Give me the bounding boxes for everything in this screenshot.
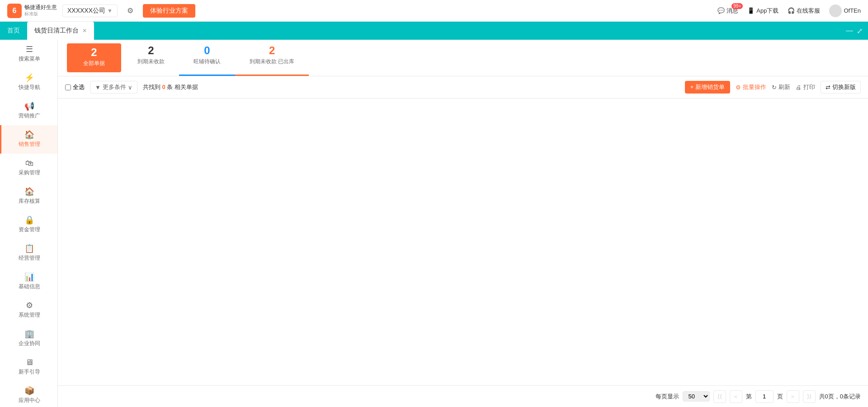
logo-icon: 6 — [7, 4, 22, 18]
page-last-btn[interactable]: ⟩⟩ — [803, 390, 816, 403]
finance-icon: 🔒 — [24, 216, 34, 224]
page-size-select[interactable]: 50 100 200 — [683, 391, 710, 402]
settings-button[interactable]: ⚙ — [123, 4, 137, 18]
purchase-icon: 🛍 — [25, 159, 33, 167]
content-area: 2 全部单据 2 到期未收款 0 旺辅待确认 2 到期未收款 已出库 全选 — [58, 40, 868, 407]
stats-count-all: 2 — [91, 47, 97, 58]
toolbar-right: + 新增销货单 ⚙ 批量操作 ↻ 刷新 🖨 打印 ⇄ 切换新版 — [685, 81, 861, 94]
experience-btn[interactable]: 体验行业方案 — [143, 4, 195, 18]
page-first-btn[interactable]: ⟨⟨ — [713, 390, 726, 403]
filter-label: 更多条件 — [103, 83, 126, 91]
found-suffix: 相关单据 — [175, 84, 198, 90]
sidebar-label-basic-info: 基础信息 — [19, 283, 40, 290]
window-minimize-icon[interactable]: — — [846, 27, 853, 35]
new-sale-btn[interactable]: + 新增销货单 — [685, 81, 730, 94]
service-icon: 🎧 — [788, 7, 795, 14]
sidebar-item-enterprise[interactable]: 🏢 企业协同 — [0, 324, 57, 353]
sidebar-item-sales[interactable]: 🏠 销售管理 — [0, 125, 57, 154]
sidebar-item-system[interactable]: ⚙ 系统管理 — [0, 296, 57, 324]
stats-label-due-unpaid: 到期未收款 — [137, 58, 165, 65]
stats-tab-due-not-shipped[interactable]: 2 到期未收款 已出库 — [235, 40, 309, 76]
app-download-btn[interactable]: 📱 App下载 — [747, 7, 778, 15]
stats-label-due-not-shipped: 到期未收款 已出库 — [250, 58, 294, 65]
found-prefix: 共找到 — [143, 84, 160, 90]
operations-icon: 📋 — [24, 244, 34, 253]
sidebar-label-purchase: 采购管理 — [19, 169, 40, 177]
batch-btn[interactable]: ⚙ 批量操作 — [736, 83, 766, 91]
app-center-icon: 📦 — [24, 387, 34, 395]
per-page-label: 每页显示 — [656, 393, 679, 401]
sidebar-item-quick-nav[interactable]: ⚡ 快捷导航 — [0, 68, 57, 97]
sidebar-item-finance[interactable]: 🔒 资金管理 — [0, 211, 57, 239]
filter-icon: ▼ — [95, 84, 101, 91]
basic-info-icon: 📊 — [24, 273, 34, 281]
sales-icon: 🏠 — [24, 131, 34, 139]
tab-workbench-label: 钱货日清工作台 — [34, 27, 79, 35]
switch-version-btn[interactable]: ⇄ 切换新版 — [821, 81, 861, 94]
sidebar-item-operations[interactable]: 📋 经营管理 — [0, 239, 57, 267]
sidebar: ☰ 搜索菜单 ⚡ 快捷导航 📢 营销推广 🏠 销售管理 🛍 采购管理 🏠 库存核… — [0, 40, 58, 407]
select-all-label: 全选 — [73, 83, 85, 91]
sidebar-item-purchase[interactable]: 🛍 采购管理 — [0, 154, 57, 182]
guide-icon: 🖥 — [25, 358, 33, 366]
refresh-btn[interactable]: ↻ 刷新 — [772, 83, 790, 91]
sidebar-item-basic-info[interactable]: 📊 基础信息 — [0, 267, 57, 296]
username: OfTEn — [844, 7, 861, 14]
logo-area: 6 畅捷通好生意 标准版 — [7, 4, 57, 18]
found-unit: 条 — [167, 84, 173, 90]
sidebar-label-system: 系统管理 — [19, 311, 40, 319]
sidebar-item-inventory[interactable]: 🏠 库存核算 — [0, 182, 57, 211]
messages-btn[interactable]: 💬 消息 99+ — [717, 7, 738, 15]
app-download-label: App下载 — [756, 7, 778, 15]
select-all-input[interactable] — [65, 84, 71, 90]
stats-tab-pending[interactable]: 0 旺辅待确认 — [179, 40, 235, 76]
sidebar-label-search-menu: 搜索菜单 — [19, 55, 40, 63]
sidebar-label-inventory: 库存核算 — [19, 197, 40, 205]
print-btn[interactable]: 🖨 打印 — [796, 83, 815, 91]
page-label: 第 — [746, 393, 752, 401]
top-bar-right: 💬 消息 99+ 📱 App下载 🎧 在线客服 OfTEn — [717, 5, 861, 17]
tab-bar: 首页 钱货日清工作台 ✕ — ⤢ — [0, 22, 868, 40]
toolbar: 全选 ▼ 更多条件 ∨ 共找到 0 条 相关单据 + 新增销货单 ⚙ 批量操作 — [58, 76, 868, 98]
total-info: 共0页，0条记录 — [819, 393, 861, 401]
stats-tab-due-unpaid[interactable]: 2 到期未收款 — [123, 40, 179, 76]
refresh-label: 刷新 — [778, 83, 790, 91]
pagination-bar: 每页显示 50 100 200 ⟨⟨ ＜ 第 页 ＞ ⟩⟩ 共0页，0条记录 — [58, 385, 868, 407]
page-next-btn[interactable]: ＞ — [787, 390, 799, 403]
sidebar-item-app-center[interactable]: 📦 应用中心 — [0, 381, 57, 407]
sidebar-item-search-menu[interactable]: ☰ 搜索菜单 — [0, 40, 57, 68]
online-service-btn[interactable]: 🎧 在线客服 — [788, 7, 820, 15]
switch-label: 切换新版 — [832, 83, 856, 91]
tab-daily-workbench[interactable]: 钱货日清工作台 ✕ — [27, 22, 94, 40]
sidebar-label-finance: 资金管理 — [19, 226, 40, 234]
company-arrow-icon: ▼ — [107, 8, 113, 14]
online-service-label: 在线客服 — [797, 7, 820, 15]
company-selector[interactable]: XXXXXX公司 ▼ — [62, 5, 118, 17]
select-all-checkbox[interactable]: 全选 — [65, 83, 85, 91]
filter-btn[interactable]: ▼ 更多条件 ∨ — [90, 81, 137, 94]
stats-tab-all[interactable]: 2 全部单据 — [67, 43, 121, 72]
sidebar-label-app-center: 应用中心 — [19, 397, 40, 404]
page-prev-btn[interactable]: ＜ — [730, 390, 742, 403]
print-label: 打印 — [803, 83, 815, 91]
page-input[interactable] — [755, 390, 774, 403]
tab-bar-actions: — ⤢ — [846, 27, 868, 35]
stats-count-pending: 0 — [204, 45, 210, 56]
switch-icon: ⇄ — [826, 84, 830, 91]
user-avatar-area[interactable]: OfTEn — [829, 5, 861, 17]
company-name: XXXXXX公司 — [67, 7, 105, 15]
found-count: 0 — [162, 84, 165, 90]
app-download-icon: 📱 — [747, 7, 755, 14]
tab-close-icon[interactable]: ✕ — [82, 28, 87, 34]
refresh-icon: ↻ — [772, 84, 777, 91]
sidebar-label-guide: 新手引导 — [19, 368, 40, 376]
tab-home[interactable]: 首页 — [0, 22, 27, 40]
sidebar-label-quick-nav: 快捷导航 — [19, 84, 40, 91]
top-bar: 6 畅捷通好生意 标准版 XXXXXX公司 ▼ ⚙ 体验行业方案 💬 消息 99… — [0, 0, 868, 22]
sidebar-item-guide[interactable]: 🖥 新手引导 — [0, 353, 57, 381]
sidebar-item-marketing[interactable]: 📢 营销推广 — [0, 97, 57, 125]
window-maximize-icon[interactable]: ⤢ — [857, 27, 863, 35]
messages-badge: 99+ — [731, 3, 743, 9]
table-area — [58, 98, 868, 385]
inventory-icon: 🏠 — [24, 187, 34, 196]
